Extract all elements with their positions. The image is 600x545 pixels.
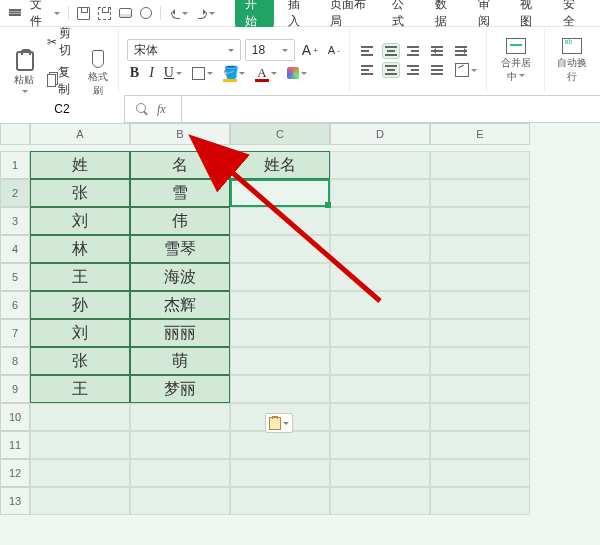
font-size-select[interactable]: 18 bbox=[245, 39, 295, 61]
cell-A5[interactable]: 王 bbox=[30, 263, 130, 291]
align-bottom-button[interactable] bbox=[404, 43, 424, 59]
cell-B3[interactable]: 伟 bbox=[130, 207, 230, 235]
cell-C7[interactable] bbox=[230, 319, 330, 347]
cell-E5[interactable] bbox=[430, 263, 530, 291]
column-header[interactable]: C bbox=[230, 123, 330, 145]
cell-E7[interactable] bbox=[430, 319, 530, 347]
select-all-corner[interactable] bbox=[0, 123, 30, 145]
column-header[interactable]: E bbox=[430, 123, 530, 145]
align-top-button[interactable] bbox=[358, 43, 378, 59]
cell-D13[interactable] bbox=[330, 487, 430, 515]
cell-B9[interactable]: 梦丽 bbox=[130, 375, 230, 403]
cell-D8[interactable] bbox=[330, 347, 430, 375]
row-header[interactable]: 9 bbox=[0, 375, 30, 403]
cell-B10[interactable] bbox=[130, 403, 230, 431]
cell-A12[interactable] bbox=[30, 459, 130, 487]
cut-button[interactable]: ✂剪切 bbox=[44, 23, 77, 61]
cell-D5[interactable] bbox=[330, 263, 430, 291]
bold-button[interactable]: B bbox=[127, 63, 142, 83]
align-justify-button[interactable] bbox=[428, 62, 448, 78]
row-header[interactable]: 6 bbox=[0, 291, 30, 319]
row-header[interactable]: 10 bbox=[0, 403, 30, 431]
cell-B2[interactable]: 雪 bbox=[130, 179, 230, 207]
font-grow-button[interactable]: A+ bbox=[299, 40, 321, 60]
cell-C6[interactable] bbox=[230, 291, 330, 319]
cell-A10[interactable] bbox=[30, 403, 130, 431]
effects-button[interactable] bbox=[284, 65, 310, 81]
italic-button[interactable]: I bbox=[146, 63, 157, 83]
cell-C2[interactable] bbox=[230, 179, 330, 207]
cell-A2[interactable]: 张 bbox=[30, 179, 130, 207]
paste-options-button[interactable] bbox=[265, 413, 293, 433]
cell-E2[interactable] bbox=[430, 179, 530, 207]
grid[interactable]: ABCDE1姓名姓名2张雪3刘伟4林雪琴5王海波6孙杰辉7刘丽丽8张萌9王梦丽1… bbox=[0, 123, 600, 515]
cell-B13[interactable] bbox=[130, 487, 230, 515]
font-name-select[interactable]: 宋体 bbox=[127, 39, 241, 61]
cell-B12[interactable] bbox=[130, 459, 230, 487]
cell-A1[interactable]: 姓 bbox=[30, 151, 130, 179]
cell-D9[interactable] bbox=[330, 375, 430, 403]
fill-color-button[interactable]: 🪣 bbox=[220, 63, 248, 83]
cell-C1[interactable]: 姓名 bbox=[230, 151, 330, 179]
cell-E1[interactable] bbox=[430, 151, 530, 179]
cell-C8[interactable] bbox=[230, 347, 330, 375]
orientation-button[interactable] bbox=[452, 61, 480, 79]
name-box[interactable] bbox=[0, 95, 125, 123]
cell-C4[interactable] bbox=[230, 235, 330, 263]
cell-B1[interactable]: 名 bbox=[130, 151, 230, 179]
row-header[interactable]: 5 bbox=[0, 263, 30, 291]
copy-button[interactable]: 复制 bbox=[44, 62, 77, 100]
cell-C9[interactable] bbox=[230, 375, 330, 403]
indent-increase-button[interactable] bbox=[452, 43, 472, 59]
cell-E10[interactable] bbox=[430, 403, 530, 431]
row-header[interactable]: 4 bbox=[0, 235, 30, 263]
cell-E4[interactable] bbox=[430, 235, 530, 263]
cell-E3[interactable] bbox=[430, 207, 530, 235]
cell-D3[interactable] bbox=[330, 207, 430, 235]
paste-button[interactable]: 粘贴 bbox=[10, 47, 38, 100]
cell-C13[interactable] bbox=[230, 487, 330, 515]
row-header[interactable]: 11 bbox=[0, 431, 30, 459]
merge-center-button[interactable]: 合并居中 bbox=[495, 36, 538, 86]
row-header[interactable]: 12 bbox=[0, 459, 30, 487]
row-header[interactable]: 13 bbox=[0, 487, 30, 515]
cell-D4[interactable] bbox=[330, 235, 430, 263]
cell-E13[interactable] bbox=[430, 487, 530, 515]
column-header[interactable]: D bbox=[330, 123, 430, 145]
column-header[interactable]: B bbox=[130, 123, 230, 145]
format-painter-button[interactable]: 格式刷 bbox=[83, 46, 111, 100]
underline-button[interactable]: U bbox=[161, 63, 185, 83]
cell-C11[interactable] bbox=[230, 431, 330, 459]
row-header[interactable]: 2 bbox=[0, 179, 30, 207]
row-header[interactable]: 7 bbox=[0, 319, 30, 347]
print-button[interactable] bbox=[119, 8, 132, 18]
cell-E11[interactable] bbox=[430, 431, 530, 459]
align-left-button[interactable] bbox=[358, 62, 378, 78]
cell-C12[interactable] bbox=[230, 459, 330, 487]
cell-B7[interactable]: 丽丽 bbox=[130, 319, 230, 347]
cell-B11[interactable] bbox=[130, 431, 230, 459]
font-color-button[interactable]: A bbox=[252, 63, 280, 83]
row-header[interactable]: 1 bbox=[0, 151, 30, 179]
row-header[interactable]: 3 bbox=[0, 207, 30, 235]
cell-D11[interactable] bbox=[330, 431, 430, 459]
cell-E6[interactable] bbox=[430, 291, 530, 319]
indent-decrease-button[interactable] bbox=[428, 43, 448, 59]
preview-button[interactable] bbox=[140, 7, 152, 19]
cell-E12[interactable] bbox=[430, 459, 530, 487]
cell-B8[interactable]: 萌 bbox=[130, 347, 230, 375]
cell-A6[interactable]: 孙 bbox=[30, 291, 130, 319]
cell-A3[interactable]: 刘 bbox=[30, 207, 130, 235]
cell-D2[interactable] bbox=[330, 179, 430, 207]
cell-A7[interactable]: 刘 bbox=[30, 319, 130, 347]
save-button[interactable] bbox=[77, 7, 90, 20]
cell-D7[interactable] bbox=[330, 319, 430, 347]
align-center-button[interactable] bbox=[382, 62, 400, 78]
cell-D10[interactable] bbox=[330, 403, 430, 431]
menu-button[interactable] bbox=[8, 6, 22, 20]
wrap-text-button[interactable]: 自动换行 bbox=[553, 36, 590, 86]
search-icon[interactable] bbox=[135, 102, 149, 116]
cell-A13[interactable] bbox=[30, 487, 130, 515]
cell-C5[interactable] bbox=[230, 263, 330, 291]
cell-E8[interactable] bbox=[430, 347, 530, 375]
